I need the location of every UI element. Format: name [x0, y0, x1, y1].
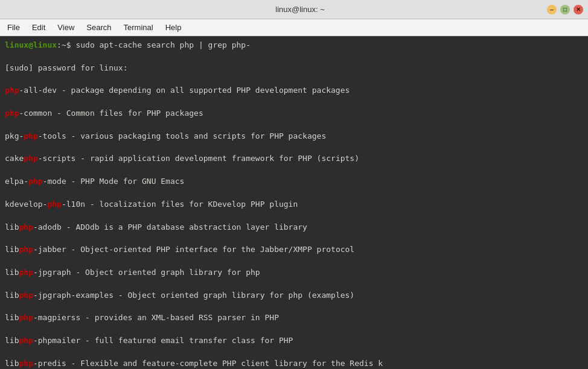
minimize-button[interactable]: – — [547, 5, 557, 14]
menu-terminal[interactable]: Terminal — [119, 21, 158, 34]
close-button[interactable]: ✕ — [574, 5, 583, 14]
menu-search[interactable]: Search — [81, 21, 116, 34]
terminal-area[interactable]: linux@linux:~$ sudo apt-cache search php… — [0, 36, 588, 369]
menu-help[interactable]: Help — [161, 21, 187, 34]
menu-edit[interactable]: Edit — [27, 21, 50, 34]
terminal-output: linux@linux:~$ sudo apt-cache search php… — [5, 40, 583, 369]
menu-bar: File Edit View Search Terminal Help — [0, 19, 588, 36]
window-controls: – □ ✕ — [547, 5, 583, 14]
menu-file[interactable]: File — [2, 21, 25, 34]
window-title: linux@linux: ~ — [53, 5, 547, 14]
menu-view[interactable]: View — [53, 21, 79, 34]
maximize-button[interactable]: □ — [560, 5, 570, 14]
title-bar: linux@linux: ~ – □ ✕ — [0, 0, 588, 19]
